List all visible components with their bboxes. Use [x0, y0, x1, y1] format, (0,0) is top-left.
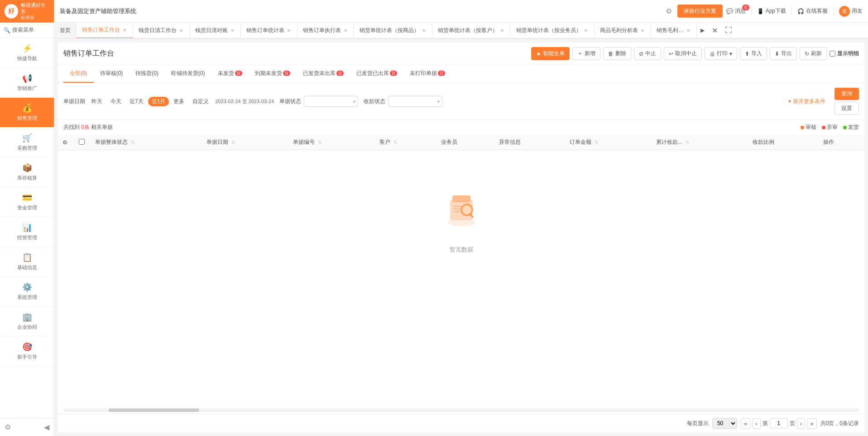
tab-sales-stat-product[interactable]: 销货单统计表（按商品） ✕: [354, 23, 432, 38]
tabs-more-btn[interactable]: ▶: [697, 23, 708, 38]
date-btn-7days[interactable]: 近7天: [126, 97, 147, 106]
sidebar-item-operation[interactable]: 📊 经营管理: [0, 217, 54, 247]
prev-page-btn[interactable]: ‹: [752, 418, 760, 429]
tab-sales-gross[interactable]: 销售毛利… ✕: [651, 23, 697, 38]
collapse-icon[interactable]: ◀: [44, 423, 49, 431]
smart-generate-btn[interactable]: ★ 智能生单: [531, 47, 570, 60]
cancel-stop-btn[interactable]: ↩ 取消中止: [664, 47, 702, 60]
filter-tab-wangpu[interactable]: 旺铺待发货(0): [165, 65, 211, 83]
filter-settings-btn[interactable]: 设置: [834, 102, 859, 115]
page-size-select[interactable]: 50 10 20 100: [712, 418, 737, 429]
col-number: 单据编号 ⇅: [288, 135, 375, 150]
tab-sales-order-close[interactable]: ✕: [122, 27, 127, 33]
sidebar-item-system[interactable]: ⚙️ 系统管理: [0, 277, 54, 307]
col-status-label: 单据整体状态: [95, 139, 128, 145]
tab-cash-daily[interactable]: 钱货日清工作台 ✕: [133, 23, 190, 38]
filter-tab-pending-pickup[interactable]: 待拣货(0): [129, 65, 165, 83]
filter-tab-overdue[interactable]: 到期未发货0: [249, 65, 297, 83]
tab-cash-reconcile-close[interactable]: ✕: [230, 27, 235, 34]
system-title: 装备及固定资产辅助管理系统: [60, 7, 662, 15]
sidebar-item-purchase[interactable]: 🛒 采购管理: [0, 128, 54, 157]
industry-btn[interactable]: 体验行业方案: [677, 5, 723, 18]
filter-tab-all[interactable]: 全部(0): [63, 65, 94, 83]
show-detail-checkbox[interactable]: [830, 51, 835, 57]
date-btn-more[interactable]: 更多: [170, 97, 188, 106]
sort-number-icon[interactable]: ⇅: [318, 140, 321, 145]
col-checkbox[interactable]: [74, 135, 91, 150]
sort-status-icon[interactable]: ⇅: [131, 140, 134, 145]
cancel-review-action-btn[interactable]: 弃审: [822, 123, 838, 131]
scroll-thumb[interactable]: [109, 408, 199, 412]
refresh-btn[interactable]: ↻ 刷新: [800, 47, 827, 60]
sidebar-item-marketing[interactable]: 📢 营销推广: [0, 68, 54, 98]
tab-sales-exec[interactable]: 销售订单执行表 ✕: [297, 23, 354, 38]
filter-tab-shipped-out[interactable]: 已发货已出库0: [350, 65, 403, 83]
date-btn-custom[interactable]: 自定义: [189, 97, 212, 106]
filter-tab-pending-review[interactable]: 待审核(0): [94, 65, 129, 83]
first-page-btn[interactable]: «: [741, 418, 750, 429]
user-profile-btn[interactable]: 友 用友: [839, 6, 863, 17]
export-btn[interactable]: ⬇ 导出: [770, 47, 797, 60]
filter-tab-not-shipped[interactable]: 未发货0: [211, 65, 249, 83]
query-btn[interactable]: 查询: [834, 88, 859, 100]
tab-sales-stat-close[interactable]: ✕: [286, 27, 292, 34]
date-btn-yesterday[interactable]: 昨天: [88, 97, 106, 106]
sort-customer-icon[interactable]: ⇅: [393, 140, 397, 145]
sort-date-icon[interactable]: ⇅: [231, 140, 235, 145]
payment-select[interactable]: [388, 96, 442, 107]
tabs-close-all-btn[interactable]: ✕: [708, 23, 721, 38]
import-btn[interactable]: ⬆ 导入: [740, 47, 767, 60]
sidebar-item-sales[interactable]: 💰 销售管理: [0, 98, 54, 128]
sidebar-item-newbie[interactable]: 🎯 新手引导: [0, 336, 54, 366]
tab-sales-stat-salesperson[interactable]: 销货单统计表（按业务员） ✕: [511, 23, 595, 38]
page-number-input[interactable]: [770, 418, 788, 428]
review-action-btn[interactable]: 审核: [801, 123, 816, 131]
tab-sales-exec-close[interactable]: ✕: [343, 27, 348, 34]
settings-icon[interactable]: ⚙: [5, 423, 11, 431]
tab-product-margin[interactable]: 商品毛利分析表 ✕: [595, 23, 651, 38]
sidebar-item-nav[interactable]: ⚡ 快捷导航: [0, 38, 54, 68]
status-select[interactable]: [304, 96, 358, 107]
app-download-btn[interactable]: 📱 App下载: [757, 7, 786, 15]
filter-tab-shipped-not-out[interactable]: 已发货未出库0: [297, 65, 350, 83]
last-page-btn[interactable]: »: [807, 418, 816, 429]
ship-action-btn[interactable]: 发货: [843, 123, 859, 131]
sidebar-item-enterprise[interactable]: 🏢 企业协同: [0, 307, 54, 336]
sidebar-item-basic[interactable]: 📋 基础信息: [0, 247, 54, 277]
show-detail-checkbox-label[interactable]: 显示明细: [830, 50, 859, 57]
tab-cash-reconcile[interactable]: 钱货日清对账 ✕: [190, 23, 241, 38]
expand-conditions-btn[interactable]: ▾ 展开更多条件: [788, 98, 825, 105]
tab-sales-stat-product-close[interactable]: ✕: [421, 27, 427, 34]
topbar-settings-icon[interactable]: ⚙: [666, 7, 672, 15]
tab-sales-order[interactable]: 销售订单工作台 ✕: [77, 23, 133, 38]
messages-btn[interactable]: 💬 消息 6: [726, 7, 746, 15]
date-btn-month[interactable]: 近1月: [148, 97, 169, 106]
add-btn[interactable]: ＋ 新增: [572, 47, 600, 60]
tab-sales-gross-close[interactable]: ✕: [686, 27, 691, 34]
select-all-checkbox[interactable]: [79, 139, 85, 145]
online-service-btn[interactable]: 🎧 在线客服: [797, 7, 828, 15]
col-settings[interactable]: ⚙: [58, 135, 74, 150]
tab-sales-stat[interactable]: 销售订单统计表 ✕: [241, 23, 297, 38]
tab-sales-stat-customer[interactable]: 销货单统计表（按客户） ✕: [432, 23, 511, 38]
sort-amount-icon[interactable]: ⇅: [595, 140, 598, 145]
filter-tab-not-printed[interactable]: 未打印单据0: [403, 65, 451, 83]
cancel-stop-label: 取消中止: [675, 50, 697, 57]
print-btn[interactable]: 🖨 打印 ▾: [705, 47, 737, 60]
scroll-track[interactable]: [63, 408, 859, 412]
tabs-expand-btn[interactable]: ⛶: [721, 23, 736, 38]
delete-btn[interactable]: 🗑 删除: [603, 47, 631, 60]
tab-sales-stat-customer-close[interactable]: ✕: [499, 27, 505, 34]
app-download-label: App下载: [766, 7, 786, 15]
date-btn-today[interactable]: 今天: [107, 97, 125, 106]
search-menu[interactable]: 🔍 搜索菜单: [0, 23, 54, 38]
sidebar-item-inventory[interactable]: 📦 库存核算: [0, 157, 54, 187]
sort-collected-icon[interactable]: ⇅: [686, 140, 689, 145]
tab-product-margin-close[interactable]: ✕: [640, 27, 645, 34]
next-page-btn[interactable]: ›: [797, 418, 805, 429]
stop-btn[interactable]: ⊘ 中止: [634, 47, 661, 60]
sidebar-item-finance[interactable]: 💳 资金管理: [0, 187, 54, 217]
tab-cash-daily-close[interactable]: ✕: [178, 27, 184, 34]
tab-home[interactable]: 首页: [54, 23, 77, 38]
tab-sales-stat-salesperson-close[interactable]: ✕: [583, 27, 589, 34]
